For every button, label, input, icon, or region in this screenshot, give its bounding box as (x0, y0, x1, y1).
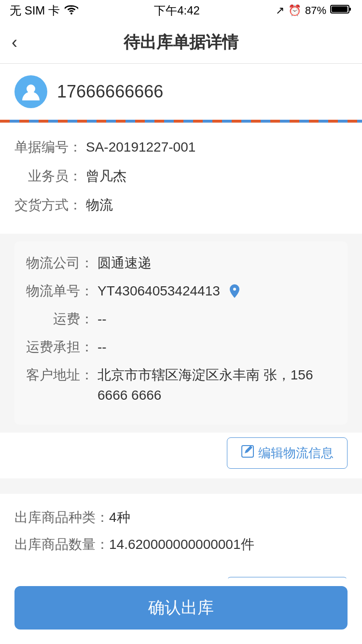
goods-qty-row: 出库商品数量： 14.620000000000001件 (14, 535, 348, 554)
edit-logistics-section: 编辑物流信息 (0, 433, 362, 478)
confirm-btn-container: 确认出库 (0, 578, 362, 644)
carrier-text: 无 SIM 卡 (10, 3, 60, 18)
goods-type-value: 4种 (109, 508, 130, 527)
logistics-company-row: 物流公司： 圆通速递 (26, 253, 336, 273)
customer-header: 17666666666 (0, 64, 362, 120)
logistics-company-label: 物流公司： (26, 253, 94, 273)
location-icon: ↗ (276, 4, 284, 17)
doc-number-label: 单据编号： (14, 137, 82, 157)
customer-avatar (14, 75, 47, 108)
logistics-card: 物流公司： 圆通速递 物流单号： YT43064053424413 运费： --… (14, 241, 348, 425)
battery-icon (330, 4, 352, 17)
customer-phone: 17666666666 (57, 82, 163, 102)
goods-type-label: 出库商品种类： (14, 508, 109, 527)
delivery-method-value: 物流 (86, 195, 348, 215)
goods-qty-label: 出库商品数量： (14, 535, 109, 554)
status-bar-left: 无 SIM 卡 (10, 3, 78, 18)
wifi-icon (65, 4, 78, 17)
salesperson-value: 曾凡杰 (86, 166, 348, 186)
goods-qty-value: 14.620000000000001件 (109, 535, 254, 554)
nav-title: 待出库单据详情 (124, 31, 238, 54)
freight-bear-label: 运费承担： (26, 337, 94, 357)
tracking-number-text: YT43064053424413 (97, 281, 220, 301)
edit-logistics-button[interactable]: 编辑物流信息 (227, 437, 348, 469)
freight-row: 运费： -- (26, 309, 336, 329)
logistics-tracking-value: YT43064053424413 (97, 281, 336, 301)
doc-number-row: 单据编号： SA-20191227-001 (14, 137, 348, 157)
section-separator-1 (0, 478, 362, 486)
alarm-icon: ⏰ (288, 4, 301, 17)
address-value: 北京市市辖区海淀区永丰南 张，156 6666 6666 (97, 365, 336, 406)
freight-bear-value: -- (97, 337, 336, 357)
freight-label: 运费： (26, 309, 94, 329)
edit-icon (241, 445, 254, 462)
status-bar-time: 下午4:42 (154, 3, 200, 18)
battery-text: 87% (305, 4, 326, 17)
edit-logistics-label: 编辑物流信息 (258, 445, 334, 462)
status-bar-right: ↗ ⏰ 87% (276, 4, 352, 17)
address-label: 客户地址： (26, 365, 94, 385)
freight-value: -- (97, 309, 336, 329)
logistics-tracking-label: 物流单号： (26, 281, 94, 301)
logistics-tracking-row: 物流单号： YT43064053424413 (26, 281, 336, 301)
goods-type-row: 出库商品种类： 4种 (14, 508, 348, 527)
confirm-btn-label: 确认出库 (148, 597, 214, 619)
goods-section: 出库商品种类： 4种 出库商品数量： 14.620000000000001件 (0, 494, 362, 572)
logistics-company-value: 圆通速递 (97, 253, 336, 273)
svg-rect-2 (332, 6, 348, 12)
delivery-method-row: 交货方式： 物流 (14, 195, 348, 215)
svg-rect-1 (349, 8, 351, 11)
status-bar: 无 SIM 卡 下午4:42 ↗ ⏰ 87% (0, 0, 362, 21)
back-button[interactable]: ‹ (12, 32, 17, 53)
address-row: 客户地址： 北京市市辖区海淀区永丰南 张，156 6666 6666 (26, 365, 336, 406)
salesperson-label: 业务员： (14, 166, 82, 186)
salesperson-row: 业务员： 曾凡杰 (14, 166, 348, 186)
freight-bear-row: 运费承担： -- (26, 337, 336, 357)
tracking-location-icon[interactable] (227, 283, 242, 299)
confirm-outbound-button[interactable]: 确认出库 (14, 586, 348, 630)
nav-bar: ‹ 待出库单据详情 (0, 21, 362, 64)
doc-number-value: SA-20191227-001 (86, 137, 348, 157)
delivery-method-label: 交货方式： (14, 195, 82, 215)
order-info-section: 单据编号： SA-20191227-001 业务员： 曾凡杰 交货方式： 物流 (0, 123, 362, 234)
